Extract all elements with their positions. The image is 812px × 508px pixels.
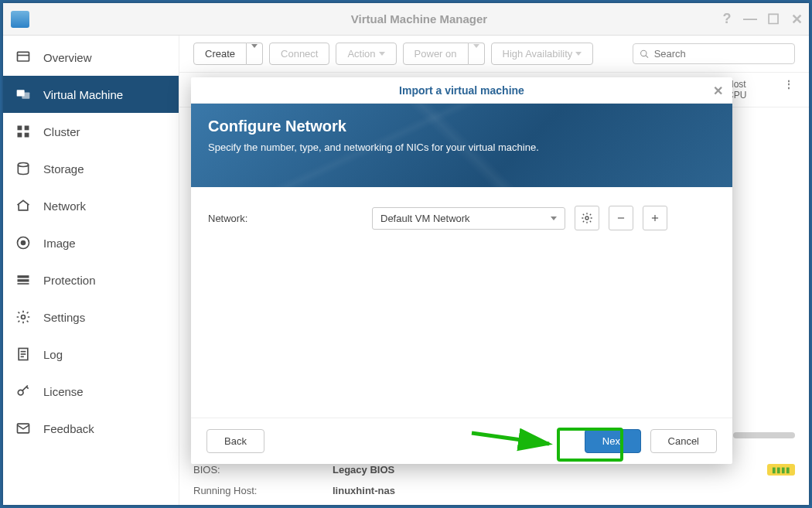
window-titlebar: Virtual Machine Manager ? — ☐ ✕ xyxy=(3,3,809,36)
svg-point-8 xyxy=(18,163,28,167)
close-icon[interactable]: ✕ xyxy=(713,84,723,98)
svg-point-14 xyxy=(22,315,26,319)
svg-rect-11 xyxy=(18,275,29,278)
dialog-heading: Configure Network xyxy=(208,118,715,135)
gear-icon xyxy=(15,309,31,325)
help-icon[interactable]: ? xyxy=(719,11,735,27)
maximize-icon[interactable]: ☐ xyxy=(766,11,781,28)
status-badge: ▮▮▮▮ xyxy=(767,464,795,476)
log-icon xyxy=(15,346,31,362)
plus-icon xyxy=(650,213,660,223)
network-icon xyxy=(15,198,31,213)
sidebar-item-label: License xyxy=(43,385,84,398)
svg-point-19 xyxy=(18,390,23,395)
minimize-icon[interactable]: — xyxy=(742,11,758,27)
dialog-banner: Configure Network Specify the number, ty… xyxy=(191,104,732,187)
create-dropdown[interactable] xyxy=(247,43,263,65)
cancel-button[interactable]: Cancel xyxy=(650,429,717,453)
sidebar: Overview Virtual Machine Cluster Storage xyxy=(3,36,179,505)
sidebar-item-label: Log xyxy=(43,348,63,361)
gear-icon xyxy=(581,212,593,224)
columns-menu-icon[interactable]: ⋮ xyxy=(784,79,795,101)
remove-nic-button[interactable] xyxy=(609,206,633,230)
sidebar-item-virtual-machine[interactable]: Virtual Machine xyxy=(3,76,179,113)
create-button[interactable]: Create xyxy=(193,43,247,65)
sidebar-item-cluster[interactable]: Cluster xyxy=(3,113,179,150)
close-window-icon[interactable]: ✕ xyxy=(789,11,804,28)
power-button[interactable]: Power on xyxy=(403,43,469,65)
network-label: Network: xyxy=(208,213,363,224)
search-input[interactable] xyxy=(654,48,788,60)
minus-icon xyxy=(616,213,626,223)
sidebar-item-label: Image xyxy=(43,237,76,250)
storage-icon xyxy=(15,161,31,176)
feedback-icon xyxy=(15,421,31,436)
protection-icon xyxy=(15,272,31,288)
sidebar-item-label: Virtual Machine xyxy=(43,88,123,101)
dialog-titlebar: Import a virtual machine ✕ xyxy=(191,77,732,104)
sidebar-item-image[interactable]: Image xyxy=(3,224,179,261)
detail-value-host: linuxhint-nas xyxy=(333,485,395,496)
dialog-subheading: Specify the number, type, and networking… xyxy=(208,141,715,153)
sidebar-item-label: Storage xyxy=(43,162,84,176)
details-panel: BIOS: Legacy BIOS ▮▮▮▮ Running Host: lin… xyxy=(193,459,795,501)
svg-rect-0 xyxy=(18,52,29,61)
svg-rect-12 xyxy=(18,279,29,281)
action-dropdown[interactable]: Action xyxy=(336,43,396,65)
license-icon xyxy=(15,384,31,399)
svg-rect-4 xyxy=(18,126,22,131)
power-dropdown[interactable] xyxy=(469,43,485,65)
sidebar-item-label: Overview xyxy=(43,51,92,64)
import-vm-dialog: Import a virtual machine ✕ Configure Net… xyxy=(191,77,732,464)
window-title: Virtual Machine Manager xyxy=(37,12,801,26)
add-nic-button[interactable] xyxy=(643,206,667,230)
sidebar-item-storage[interactable]: Storage xyxy=(3,150,179,187)
scrollbar[interactable] xyxy=(733,432,795,438)
sidebar-item-license[interactable]: License xyxy=(3,373,179,410)
network-settings-button[interactable] xyxy=(575,206,599,230)
sidebar-item-label: Network xyxy=(43,199,86,213)
svg-point-23 xyxy=(585,216,589,220)
next-button[interactable]: Next xyxy=(585,429,641,453)
svg-point-10 xyxy=(22,241,26,245)
search-box[interactable] xyxy=(633,43,795,64)
search-icon xyxy=(640,49,650,60)
sidebar-item-settings[interactable]: Settings xyxy=(3,298,179,336)
sidebar-item-label: Protection xyxy=(43,274,96,287)
vm-icon xyxy=(15,87,31,102)
sidebar-item-overview[interactable]: Overview xyxy=(3,39,179,76)
dialog-title: Import a virtual machine xyxy=(399,84,524,97)
sidebar-item-protection[interactable]: Protection xyxy=(3,261,179,298)
svg-rect-5 xyxy=(25,126,29,131)
detail-label-host: Running Host: xyxy=(193,485,333,496)
svg-rect-7 xyxy=(25,133,29,138)
toolbar: Create Connect Action Power on High Avai… xyxy=(179,36,809,73)
svg-rect-3 xyxy=(22,93,29,99)
svg-rect-6 xyxy=(18,133,22,138)
ha-dropdown[interactable]: High Availability xyxy=(491,43,594,65)
network-select-value: Default VM Network xyxy=(380,213,470,224)
back-button[interactable]: Back xyxy=(206,429,264,453)
sidebar-item-label: Cluster xyxy=(43,125,80,138)
connect-button[interactable]: Connect xyxy=(269,43,329,65)
overview-icon xyxy=(15,49,31,65)
sidebar-item-feedback[interactable]: Feedback xyxy=(3,410,179,447)
detail-label-bios: BIOS: xyxy=(193,464,333,476)
sidebar-item-label: Settings xyxy=(43,311,85,324)
svg-rect-13 xyxy=(18,283,29,285)
sidebar-item-label: Feedback xyxy=(43,422,94,435)
chevron-down-icon xyxy=(551,216,557,220)
svg-point-21 xyxy=(641,50,647,56)
image-icon xyxy=(15,235,31,251)
sidebar-item-network[interactable]: Network xyxy=(3,187,179,224)
detail-value-bios: Legacy BIOS xyxy=(333,464,394,476)
network-select[interactable]: Default VM Network xyxy=(372,207,565,230)
cluster-icon xyxy=(15,124,31,139)
svg-line-22 xyxy=(646,55,648,57)
app-icon xyxy=(11,11,29,28)
sidebar-item-log[interactable]: Log xyxy=(3,336,179,373)
